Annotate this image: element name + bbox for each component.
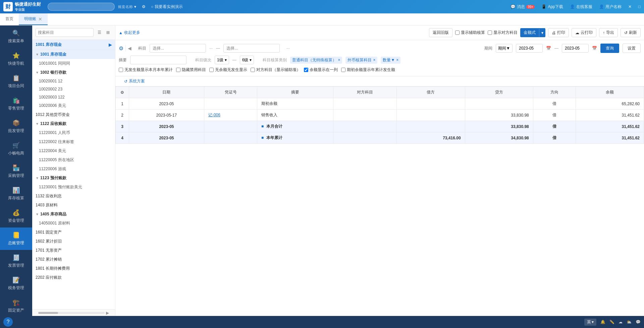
maximize-window-button[interactable]: □: [638, 4, 641, 9]
tree-item-11220001[interactable]: 11220001 人民币: [32, 128, 115, 137]
query-schema-icon[interactable]: ⚙: [119, 45, 123, 52]
sidebar-item-retail[interactable]: 🛍️ 零售管理: [0, 93, 32, 115]
cb-no-activity[interactable]: 无发生额显示本月本年累计: [119, 67, 173, 73]
app-download-button[interactable]: 📱 App下载: [541, 4, 563, 10]
cb-period-balance-input[interactable]: [341, 68, 345, 72]
period-calendar-end[interactable]: 📅: [592, 46, 597, 51]
level-start-select[interactable]: 1级 ▾: [215, 56, 229, 64]
service-button[interactable]: 👤 在线客服: [570, 4, 592, 10]
edit-icon[interactable]: ✏️: [609, 320, 614, 324]
th-date[interactable]: 日期: [129, 87, 204, 98]
show-assist-input[interactable]: [455, 30, 460, 35]
th-credit[interactable]: 贷方: [465, 87, 533, 98]
query-button[interactable]: 查询: [600, 44, 619, 53]
cb-balance-one-col[interactable]: 余额显示在一列: [304, 67, 338, 73]
left-panel-scrollbar[interactable]: ▶: [32, 309, 115, 316]
th-voucher[interactable]: 凭证号: [204, 87, 257, 98]
tab-home[interactable]: 首页: [0, 13, 19, 25]
format-dropdown-arrow-icon[interactable]: ▾: [539, 29, 545, 37]
demo-button[interactable]: ○ 我要看实例演示: [151, 4, 183, 10]
tag-quantity[interactable]: 数量▼ ×: [381, 57, 400, 64]
tree-item-1012[interactable]: 1012 其他货币资金: [32, 110, 115, 119]
tree-item-1122[interactable]: ▼ 1122 应收账款: [32, 119, 115, 128]
tree-item-1701[interactable]: 1701 无形资产: [32, 246, 115, 255]
more-options-button[interactable]: ▲ 收起更多: [119, 30, 140, 36]
tree-item-11220006[interactable]: 11220006 游戏: [32, 165, 115, 174]
sidebar-item-search[interactable]: 🔍 搜索菜单: [0, 25, 32, 48]
help-button[interactable]: ?: [3, 317, 13, 327]
export-button[interactable]: ↑ 导出: [599, 28, 618, 37]
tree-item-10020006[interactable]: 10020006 美元: [32, 101, 115, 110]
cb-hide-disabled-input[interactable]: [176, 68, 180, 72]
voucher-link-2[interactable]: 记-006: [208, 113, 220, 117]
tag-quantity-close[interactable]: ×: [396, 58, 398, 62]
tree-item-10010001[interactable]: 10010001 同同同: [32, 59, 115, 68]
tree-item-1132[interactable]: 1132 应收利息: [32, 192, 115, 201]
user-area[interactable]: 👤 用户名称: [599, 4, 622, 10]
cb-show-opposite-input[interactable]: [251, 68, 255, 72]
tag-foreign[interactable]: 外币核算科目 ×: [345, 57, 377, 64]
expand-icon[interactable]: ⊞: [104, 29, 112, 36]
period-type-select[interactable]: 期间▼: [496, 44, 513, 53]
subject-end-input[interactable]: [223, 44, 280, 53]
tab-detail[interactable]: 明细账 ✕: [19, 13, 48, 25]
sidebar-item-tax[interactable]: 📝 税务管理: [0, 272, 32, 295]
tree-item-11230001[interactable]: 11230001 预付账款美元: [32, 183, 115, 192]
tree-item-11220005[interactable]: 11220005 所在地区: [32, 155, 115, 165]
period-end-input[interactable]: [562, 44, 589, 53]
show-opposite-checkbox[interactable]: 显示对方科目: [488, 30, 518, 36]
tree-item-1123[interactable]: ▼ 1123 预付账款: [32, 174, 115, 183]
return-old-button[interactable]: 返回旧版: [429, 28, 452, 37]
scroll-right-btn[interactable]: ▶: [106, 311, 109, 315]
refresh-button[interactable]: ↺ 刷新: [621, 28, 641, 37]
sidebar-item-wholesale[interactable]: 📦 批发管理: [0, 115, 32, 138]
cell-voucher-2[interactable]: 记-006: [204, 110, 257, 121]
tree-item-1002[interactable]: ▼ 1002 银行存款: [32, 68, 115, 77]
tag-normal-close[interactable]: ×: [338, 58, 340, 62]
sidebar-item-finance[interactable]: 💰 资金管理: [0, 205, 32, 227]
tree-item-1801[interactable]: 1801 长期待摊费用: [32, 264, 115, 273]
sidebar-item-project[interactable]: 📋 项目合同: [0, 70, 32, 93]
period-start-input[interactable]: [516, 44, 543, 53]
message-button[interactable]: 💬 消息 99+: [511, 4, 535, 10]
tree-item-10020003[interactable]: 10020003 122: [32, 93, 115, 101]
tree-item-10020002[interactable]: 10020002 23: [32, 85, 115, 93]
cb-period-balance[interactable]: 期初余额显示年累计发生额: [341, 67, 395, 73]
show-opposite-input[interactable]: [488, 30, 492, 35]
th-opposite[interactable]: 对方科目: [333, 87, 397, 98]
tree-item-11220004[interactable]: 11220004 美元: [32, 146, 115, 155]
sidebar-item-invoice[interactable]: 🧾 发票管理: [0, 250, 32, 272]
close-window-button[interactable]: ✕: [628, 4, 632, 9]
show-assist-checkbox[interactable]: 显示辅助核算: [455, 30, 485, 36]
collapse-filter-btn[interactable]: ◀: [128, 46, 131, 51]
subject-input[interactable]: [150, 44, 206, 53]
tag-normal[interactable]: 普通科目（无特殊核算） ×: [290, 57, 342, 64]
top-search-input[interactable]: [48, 3, 115, 11]
sidebar-item-quicknav[interactable]: ⭐ 快捷导航: [0, 48, 32, 70]
cb-hide-disabled[interactable]: 隐藏禁用科目: [176, 67, 206, 73]
th-debit[interactable]: 借方: [397, 87, 465, 98]
level-end-select[interactable]: 6级 ▾: [240, 56, 254, 64]
cloud-icon[interactable]: ☁: [619, 320, 623, 324]
cloud-print-button[interactable]: ☁ 云打印: [572, 28, 596, 37]
tree-item-11220002[interactable]: 11220002 往来标签: [32, 137, 115, 146]
tree-item-1602[interactable]: 1602 累计折旧: [32, 237, 115, 246]
filter-settings-button[interactable]: 设置: [623, 44, 641, 53]
sidebar-item-purchase[interactable]: 🏪 采购管理: [0, 160, 32, 183]
tree-item-2202[interactable]: 2202 应付账款: [32, 273, 115, 282]
format-dropdown[interactable]: 金额式 ▾: [520, 28, 545, 37]
account-search-input[interactable]: [36, 28, 94, 37]
tree-item-1403[interactable]: 1403 原材料: [32, 201, 115, 210]
tree-item-1702[interactable]: 1702 累计摊销: [32, 255, 115, 264]
th-balance[interactable]: 余额: [576, 87, 644, 98]
tag-foreign-close[interactable]: ×: [373, 58, 375, 62]
cb-balance-one-col-input[interactable]: [304, 68, 308, 72]
cb-no-balance-input[interactable]: [209, 68, 214, 72]
print-button[interactable]: 🖨 打印: [548, 28, 569, 37]
chat-icon[interactable]: 💬: [636, 320, 641, 324]
sidebar-item-ledger[interactable]: 📒 总账管理: [0, 227, 32, 250]
th-direction[interactable]: 方向: [533, 87, 576, 98]
cb-no-balance[interactable]: 无余额无发生显示: [209, 67, 247, 73]
workspace-dropdown[interactable]: 账套名称 ▾: [118, 4, 136, 9]
settings-icon[interactable]: ⚙: [140, 3, 148, 11]
